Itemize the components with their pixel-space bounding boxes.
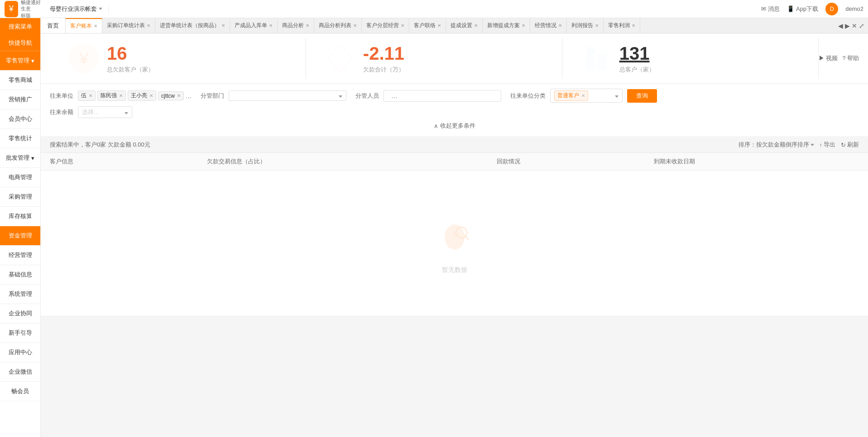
stat-label-debt-customers: 总欠款客户（家） xyxy=(107,66,154,74)
sidebar-item-basic-info[interactable]: 基础信息 xyxy=(0,265,40,285)
sidebar-item-retail-stats[interactable]: 零售统计 xyxy=(0,129,40,148)
category-tag-normal: 普通客户 ✕ xyxy=(554,90,588,101)
tab-close-icon[interactable]: ✕ xyxy=(269,23,273,28)
user-name: demo2 xyxy=(845,5,863,12)
tab-customer-contact[interactable]: 客户联络 ✕ xyxy=(409,18,446,33)
sidebar-item-collab[interactable]: 企业协同 xyxy=(0,304,40,323)
sidebar-item-marketing[interactable]: 营销推广 xyxy=(0,90,40,109)
user-avatar[interactable]: D xyxy=(825,3,838,15)
export-button[interactable]: ↑ 导出 xyxy=(820,141,836,149)
tab-close-icon[interactable]: ✕ xyxy=(221,23,225,28)
person-label: 分管人员 xyxy=(355,92,379,100)
query-button[interactable]: 查询 xyxy=(627,89,657,103)
remove-chen-tag[interactable]: ✕ xyxy=(119,93,123,98)
tab-next-icon[interactable]: ▶ xyxy=(845,22,850,29)
app-download-button[interactable]: 📱 App下载 xyxy=(787,5,818,13)
tab-profit-report[interactable]: 利润报告 ✕ xyxy=(567,18,604,33)
tab-purchase-order-stats[interactable]: 采购订单统计表 ✕ xyxy=(102,18,155,33)
tab-close-all-icon[interactable]: ✕ xyxy=(852,22,857,29)
dots-icon[interactable]: ... xyxy=(389,92,399,100)
svg-rect-5 xyxy=(588,51,590,52)
svg-text:¥: ¥ xyxy=(79,50,88,67)
logo-text: 畅捷通好生意 标版 xyxy=(21,0,45,19)
sidebar-quick-nav[interactable]: 快捷导航 xyxy=(0,35,40,51)
messages-button[interactable]: ✉ 消息 xyxy=(761,5,780,13)
sidebar-item-ecom[interactable]: 电商管理 xyxy=(0,168,40,187)
empty-icon xyxy=(432,212,477,266)
stat-card-debt-total: -2.11 欠款合计（万） xyxy=(306,38,562,79)
sidebar-item-retail-mall[interactable]: 零售商城 xyxy=(0,71,40,90)
tab-goods-stats[interactable]: 进货单统计表（按商品） ✕ xyxy=(155,18,230,33)
tab-product-analysis[interactable]: 商品分析 ✕ xyxy=(278,18,314,33)
remove-wu-tag[interactable]: ✕ xyxy=(89,93,92,98)
tab-close-icon[interactable]: ✕ xyxy=(632,23,635,28)
tab-bar: 首页 客户账本 ✕ 采购订单统计表 ✕ 进货单统计表（按商品） ✕ 产成品入库单… xyxy=(41,18,868,33)
sidebar-item-purchase[interactable]: 采购管理 xyxy=(0,187,40,207)
tab-close-icon[interactable]: ✕ xyxy=(401,23,404,28)
tab-commission-settings[interactable]: 提成设置 ✕ xyxy=(446,18,483,33)
tab-expand-icon[interactable]: ⤢ xyxy=(859,22,864,29)
help-link[interactable]: ? 帮助 xyxy=(842,54,859,62)
stat-value-debt-customers: 16 xyxy=(107,43,154,64)
tab-close-icon[interactable]: ✕ xyxy=(522,23,525,28)
col-overdue-date: 到期未收款日期 xyxy=(645,153,868,171)
sidebar-item-enterprise-wechat[interactable]: 企业微信 xyxy=(0,362,40,382)
sidebar-item-finance[interactable]: 资金管理 xyxy=(0,226,40,246)
sidebar-item-newbie[interactable]: 新手引导 xyxy=(0,323,40,343)
dept-select[interactable] xyxy=(229,90,346,101)
sidebar-item-inventory[interactable]: 库存核算 xyxy=(0,207,40,226)
tab-close-icon[interactable]: ✕ xyxy=(558,23,562,28)
tab-product-analysis-list[interactable]: 商品分析列表 ✕ xyxy=(314,18,362,33)
page-content: ¥ 16 总欠款客户（家） -2.11 xyxy=(41,33,868,437)
chevron-down-icon xyxy=(99,8,102,10)
video-link[interactable]: ▶ 视频 xyxy=(819,54,838,62)
category-select[interactable]: 普通客户 ✕ xyxy=(550,89,623,103)
sidebar-item-wholesale[interactable]: 批发管理 ▾ xyxy=(0,148,40,168)
tab-customer-ledger[interactable]: 客户账本 ✕ xyxy=(66,18,102,33)
remove-wang-tag[interactable]: ✕ xyxy=(149,93,153,98)
tab-close-icon[interactable]: ✕ xyxy=(474,23,478,28)
sidebar-item-retail-mgmt[interactable]: 零售管理 ▾ xyxy=(0,51,40,71)
tab-close-icon[interactable]: ✕ xyxy=(306,23,309,28)
filter-tag-chen: 陈民强 ✕ xyxy=(97,90,126,101)
tab-close-icon[interactable]: ✕ xyxy=(94,24,97,28)
col-customer-info: 客户信息 xyxy=(41,153,198,171)
refresh-button[interactable]: ↻ 刷新 xyxy=(841,141,859,149)
tab-home[interactable]: 首页 xyxy=(41,18,66,33)
remove-cjttcw-tag[interactable]: ✕ xyxy=(177,93,181,98)
tab-close-icon[interactable]: ✕ xyxy=(147,23,150,28)
svg-rect-4 xyxy=(598,52,606,70)
help-icon: ? xyxy=(842,55,845,62)
tab-business-overview[interactable]: 经营情况 ✕ xyxy=(530,18,567,33)
sidebar: 搜索菜单 快捷导航 零售管理 ▾ 零售商城 营销推广 会员中心 零售统计 批发管… xyxy=(0,18,41,437)
sort-selector[interactable]: 排序：按欠款金额倒序排序 xyxy=(739,141,814,149)
balance-select[interactable]: 选择... xyxy=(78,106,132,118)
tab-product-instock[interactable]: 产成品入库单 ✕ xyxy=(230,18,278,33)
empty-text: 暂无数据 xyxy=(442,266,467,274)
sidebar-item-operations[interactable]: 经营管理 xyxy=(0,246,40,265)
collapse-button[interactable]: ∧ 收起更多条件 xyxy=(50,122,859,130)
tab-retail-profit[interactable]: 零售利润 ✕ xyxy=(604,18,640,33)
tab-customer-tier[interactable]: 客户分层经营 ✕ xyxy=(362,18,409,33)
data-table: 客户信息 欠款交易信息（占比） 回款情况 到期未收款日期 xyxy=(41,153,868,316)
tab-close-icon[interactable]: ✕ xyxy=(353,23,357,28)
tab-add-commission[interactable]: 新增提成方案 ✕ xyxy=(483,18,530,33)
industry-selector[interactable]: 母婴行业演示帐套 xyxy=(45,5,109,13)
category-label: 往来单位分类 xyxy=(510,92,546,100)
stat-label-debt-total: 欠款合计（万） xyxy=(363,66,404,74)
sidebar-item-membership[interactable]: 会员中心 xyxy=(0,109,40,129)
sidebar-item-system[interactable]: 系统管理 xyxy=(0,285,40,304)
tab-prev-icon[interactable]: ◀ xyxy=(838,22,843,29)
sidebar-item-apps[interactable]: 应用中心 xyxy=(0,343,40,362)
stat-value-debt-total: -2.11 xyxy=(363,43,404,64)
sidebar-item-membership-plus[interactable]: 畅会员 xyxy=(0,382,40,401)
remove-category-tag[interactable]: ✕ xyxy=(581,93,585,98)
tab-close-icon[interactable]: ✕ xyxy=(595,23,599,28)
stat-card-debt-customers: ¥ 16 总欠款客户（家） xyxy=(50,38,306,79)
person-select[interactable]: ... xyxy=(384,90,501,102)
filter-tags: 伍 ✕ 陈民强 ✕ 王小亮 ✕ xyxy=(78,90,192,101)
tab-close-icon[interactable]: ✕ xyxy=(437,23,441,28)
sidebar-search[interactable]: 搜索菜单 xyxy=(0,18,40,35)
filter-more-tags[interactable]: ... xyxy=(186,92,192,100)
stat-value-total-customers[interactable]: 131 xyxy=(619,43,655,64)
